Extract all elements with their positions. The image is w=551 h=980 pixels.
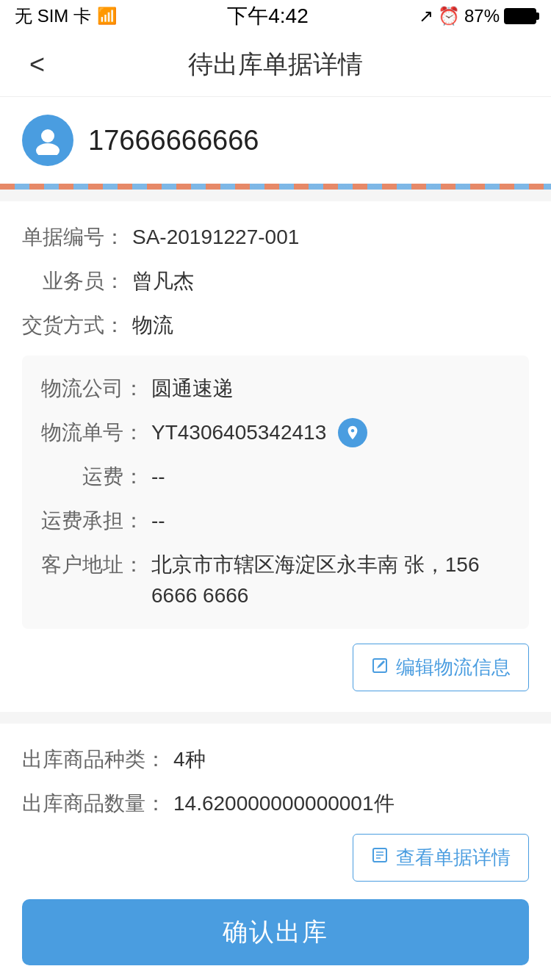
freight-bearer-label: 运费承担： bbox=[41, 505, 144, 536]
goods-type-value: 4种 bbox=[173, 744, 529, 775]
address-row: 客户地址： 北京市市辖区海淀区永丰南 张，156 6666 6666 bbox=[41, 550, 510, 611]
view-details-label: 查看单据详情 bbox=[396, 845, 511, 871]
edit-logistics-label: 编辑物流信息 bbox=[396, 655, 511, 680]
doc-number-label: 单据编号： bbox=[22, 222, 125, 253]
address-value: 北京市市辖区海淀区永丰南 张，156 6666 6666 bbox=[151, 550, 510, 611]
nav-bar: < 待出库单据详情 bbox=[0, 32, 551, 97]
delivery-method-row: 交货方式： 物流 bbox=[22, 310, 529, 341]
doc-number-value: SA-20191227-001 bbox=[132, 222, 529, 253]
svg-point-1 bbox=[36, 143, 60, 155]
delivery-method-label: 交货方式： bbox=[22, 310, 125, 341]
confirm-outbound-button[interactable]: 确认出库 bbox=[22, 899, 529, 965]
view-details-btn-row: 查看单据详情 bbox=[22, 834, 529, 882]
edit-icon bbox=[371, 657, 389, 679]
logistics-company-value: 圆通速递 bbox=[151, 373, 510, 404]
edit-logistics-button[interactable]: 编辑物流信息 bbox=[353, 644, 529, 691]
freight-bearer-row: 运费承担： -- bbox=[41, 505, 510, 536]
freight-value: -- bbox=[151, 461, 510, 492]
logistics-company-row: 物流公司： 圆通速递 bbox=[41, 373, 510, 404]
goods-quantity-value: 14.620000000000001件 bbox=[173, 788, 529, 819]
customer-phone: 17666666666 bbox=[88, 125, 259, 156]
tracking-number-row: 物流单号： YT4306405342413 bbox=[41, 417, 510, 448]
goods-quantity-label: 出库商品数量： bbox=[22, 788, 166, 819]
view-details-icon bbox=[371, 846, 389, 869]
goods-type-label: 出库商品种类： bbox=[22, 744, 166, 775]
logistics-company-label: 物流公司： bbox=[41, 373, 144, 404]
tracking-number: YT4306405342413 bbox=[151, 417, 326, 448]
doc-number-row: 单据编号： SA-20191227-001 bbox=[22, 222, 529, 253]
sales-person-value: 曾凡杰 bbox=[132, 266, 529, 297]
svg-point-0 bbox=[41, 129, 54, 143]
tracking-location-button[interactable] bbox=[338, 418, 367, 447]
status-left: 无 SIM 卡 📶 bbox=[15, 4, 117, 28]
address-label: 客户地址： bbox=[41, 550, 144, 580]
location-status-icon: ↗ bbox=[419, 6, 433, 26]
freight-bearer-value: -- bbox=[151, 505, 510, 536]
sales-person-label: 业务员： bbox=[22, 266, 125, 297]
confirm-btn-bar: 确认出库 bbox=[0, 884, 551, 980]
logistics-box: 物流公司： 圆通速递 物流单号： YT4306405342413 运费： -- … bbox=[22, 356, 529, 629]
carrier-label: 无 SIM 卡 bbox=[15, 4, 91, 28]
goods-quantity-row: 出库商品数量： 14.620000000000001件 bbox=[22, 788, 529, 819]
view-details-button[interactable]: 查看单据详情 bbox=[353, 834, 529, 882]
doc-info-section: 单据编号： SA-20191227-001 业务员： 曾凡杰 交货方式： 物流 … bbox=[0, 201, 551, 712]
back-button[interactable]: < bbox=[22, 42, 52, 87]
battery-icon bbox=[504, 8, 536, 24]
freight-row: 运费： -- bbox=[41, 461, 510, 492]
wifi-icon: 📶 bbox=[97, 7, 117, 26]
avatar bbox=[22, 115, 73, 166]
sales-person-row: 业务员： 曾凡杰 bbox=[22, 266, 529, 297]
alarm-icon: ⏰ bbox=[438, 6, 460, 26]
customer-header: 17666666666 bbox=[0, 97, 551, 184]
tracking-value-row: YT4306405342413 bbox=[151, 417, 510, 448]
edit-logistics-btn-row: 编辑物流信息 bbox=[22, 644, 529, 691]
dashed-divider bbox=[0, 184, 551, 190]
delivery-method-value: 物流 bbox=[132, 310, 529, 341]
status-right: ↗ ⏰ 87% bbox=[419, 6, 536, 26]
goods-type-row: 出库商品种类： 4种 bbox=[22, 744, 529, 775]
page-title: 待出库单据详情 bbox=[188, 48, 363, 82]
status-time: 下午4:42 bbox=[227, 2, 309, 30]
battery-percent: 87% bbox=[464, 6, 500, 26]
freight-label: 运费： bbox=[41, 461, 144, 492]
tracking-label: 物流单号： bbox=[41, 417, 144, 448]
status-bar: 无 SIM 卡 📶 下午4:42 ↗ ⏰ 87% bbox=[0, 0, 551, 32]
goods-info-section: 出库商品种类： 4种 出库商品数量： 14.620000000000001件 查… bbox=[0, 724, 551, 902]
